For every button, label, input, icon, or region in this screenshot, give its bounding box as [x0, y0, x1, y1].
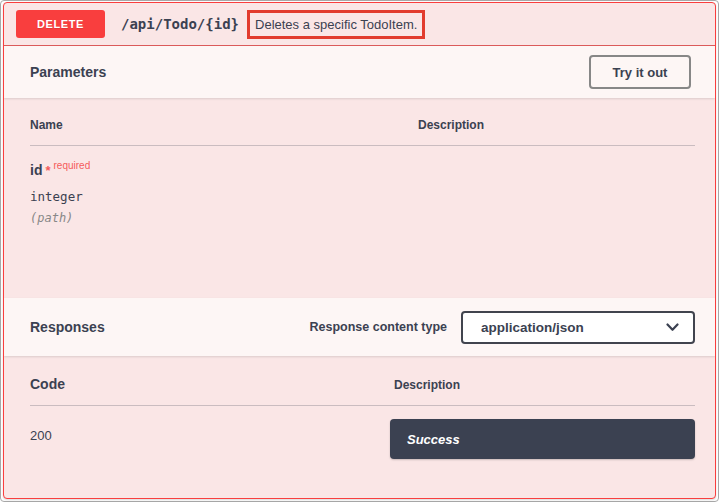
response-code: 200 [30, 419, 390, 443]
endpoint-path: /api/Todo/{id} [121, 16, 239, 32]
required-label: required [54, 160, 91, 171]
chevron-down-icon [666, 323, 679, 332]
response-description-text: Success [407, 432, 460, 447]
required-star: * [45, 163, 50, 178]
response-content-type-group: Response content type application/json [309, 311, 695, 344]
response-content-type-select[interactable]: application/json [461, 311, 695, 344]
response-content-type-value: application/json [481, 320, 584, 335]
parameter-name-cell: id*required [30, 160, 695, 179]
parameters-table: Name Description id*required integer (pa… [4, 98, 715, 298]
annotation-highlight-box: Deletes a specific TodoItem. [247, 10, 425, 39]
parameters-description-header: Description [418, 118, 484, 132]
responses-code-header: Code [30, 376, 394, 392]
responses-description-header: Description [394, 378, 460, 392]
parameter-row: id*required integer (path) [30, 146, 695, 225]
endpoint-description: Deletes a specific TodoItem. [255, 17, 417, 32]
response-content-type-label: Response content type [309, 320, 447, 334]
parameter-location: (path) [30, 211, 695, 225]
try-it-out-button[interactable]: Try it out [589, 55, 691, 89]
opblock-delete: DELETE /api/Todo/{id} Deletes a specific… [3, 2, 716, 499]
endpoint-panel: DELETE /api/Todo/{id} Deletes a specific… [0, 0, 719, 502]
response-row: 200 Success [30, 406, 695, 459]
parameter-type: integer [30, 189, 695, 204]
responses-table-headers: Code Description [30, 376, 695, 406]
response-description-box: Success [390, 419, 695, 459]
parameter-name: id [30, 162, 42, 178]
parameters-title: Parameters [30, 64, 106, 80]
parameters-table-headers: Name Description [30, 118, 695, 146]
responses-table: Code Description 200 Success [4, 356, 715, 498]
http-method-badge: DELETE [16, 10, 105, 38]
parameters-section-header: Parameters Try it out [4, 46, 715, 98]
parameters-name-header: Name [30, 118, 418, 132]
responses-section-header: Responses Response content type applicat… [4, 298, 715, 356]
responses-title: Responses [30, 319, 105, 335]
endpoint-summary-row[interactable]: DELETE /api/Todo/{id} Deletes a specific… [4, 3, 715, 46]
